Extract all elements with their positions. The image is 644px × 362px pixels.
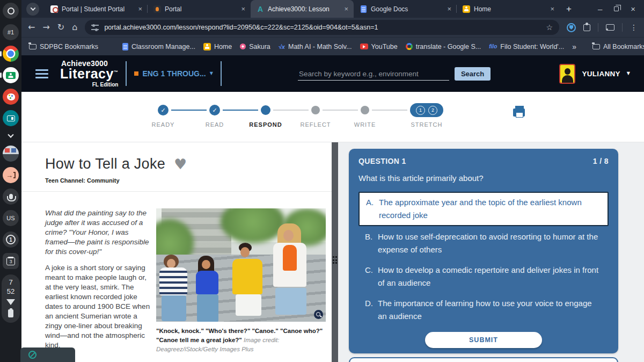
launcher-button[interactable]	[3, 3, 19, 19]
bookmark-mathai[interactable]: √xMath AI - Math Solv...	[279, 43, 352, 50]
forward-button[interactable]: →	[42, 23, 49, 32]
do-not-disturb-toast[interactable]	[20, 347, 75, 362]
restore-button[interactable]	[614, 6, 619, 11]
tab-close-icon[interactable]: ×	[343, 5, 349, 13]
bookmark-filo[interactable]: filoFilo Student: World'...	[489, 43, 564, 50]
keyboard-layout-button[interactable]: US	[3, 210, 19, 226]
image-zoom-icon[interactable]	[314, 310, 323, 319]
answer-option-d[interactable]: D. The importance of learning how to use…	[358, 294, 609, 326]
all-bookmarks-button[interactable]: All Bookmarks	[592, 43, 644, 50]
step-write[interactable]: WRITE	[361, 103, 369, 117]
step-stretch[interactable]: 1 2 STRETCH	[410, 103, 443, 117]
tab-achieve3000-lesson[interactable]: A Achieve3000: Lesson ×	[251, 0, 354, 18]
youtube-icon	[360, 44, 368, 49]
search-button[interactable]: Search	[455, 67, 491, 81]
clock-minute: 52	[7, 288, 14, 295]
tab-home[interactable]: Home ×	[457, 0, 560, 18]
news-icon	[3, 110, 19, 126]
step-ready[interactable]: ✓ READY	[158, 103, 169, 117]
home-button[interactable]: ⌂	[72, 23, 77, 32]
classroom-icon	[3, 67, 19, 83]
article-photo[interactable]	[156, 208, 326, 322]
hamburger-menu-icon[interactable]	[35, 69, 48, 78]
tab-search-button[interactable]	[26, 3, 39, 16]
extensions-puzzle-icon[interactable]	[583, 24, 590, 31]
window-close-button[interactable]: ×	[631, 4, 635, 13]
step-label: STRETCH	[411, 121, 443, 128]
bookmarks-bar: SDPBC Bookmarks Classroom Manage... Home…	[21, 37, 644, 55]
sqrt-icon: √x	[279, 44, 285, 50]
url-text[interactable]: portal.achieve3000.com/lesson/respond?li…	[104, 24, 540, 31]
stretch-part-1[interactable]: 1	[416, 106, 425, 115]
search-input[interactable]	[298, 68, 449, 81]
step-respond[interactable]: RESPOND	[261, 103, 270, 117]
browser-menu-icon[interactable]: ⋮	[630, 23, 638, 32]
article-text-column: What did the painting say to the judge a…	[45, 208, 150, 354]
minimize-button[interactable]: –	[598, 4, 602, 13]
bookmark-translate[interactable]: translate - Google S...	[406, 43, 481, 50]
tab-strip: Portal | Student Portal × Portal × A Ach…	[21, 0, 644, 18]
window-thumbnail-button[interactable]	[3, 146, 19, 162]
submit-button[interactable]: SUBMIT	[425, 332, 542, 348]
calendar-button[interactable]: 3	[3, 253, 19, 269]
shelf-canvas-button[interactable]	[3, 89, 19, 105]
heart-favorite-icon[interactable]: ♥	[174, 157, 187, 171]
step-reflect[interactable]: REFLECT	[311, 103, 320, 117]
bookmark-sakura[interactable]: Sakura	[240, 43, 270, 50]
article-divider	[21, 191, 332, 192]
bookmark-folder-sdpbc[interactable]: SDPBC Bookmarks	[29, 43, 98, 50]
new-tab-button[interactable]: +	[560, 4, 578, 15]
answer-option-a[interactable]: A. The approximate year and the topic of…	[358, 192, 609, 226]
drag-handle-icon[interactable]	[333, 256, 338, 264]
notification-counter-button[interactable]: 1	[3, 231, 19, 248]
step-connector	[372, 110, 407, 111]
tab-portal[interactable]: Portal ×	[148, 0, 251, 18]
achieve3000-favicon: A	[256, 5, 265, 13]
answer-option-b[interactable]: B. How to use self-deprecation to avoid …	[358, 227, 609, 259]
pane-resize-divider[interactable]	[332, 142, 338, 362]
option-letter: A.	[366, 196, 379, 222]
dictation-button[interactable]	[3, 189, 19, 205]
avatar	[559, 64, 575, 84]
calendar-icon: 3	[6, 257, 15, 265]
back-button[interactable]: ←	[28, 23, 35, 32]
site-settings-icon[interactable]	[91, 25, 99, 30]
status-area[interactable]: 7 52	[2, 274, 20, 323]
window-thumbnail	[3, 146, 19, 162]
print-icon[interactable]	[513, 108, 525, 117]
tab-google-docs[interactable]: Google Docs ×	[354, 0, 457, 18]
step-label: READ	[206, 121, 224, 128]
tab-title: Portal | Student Portal	[62, 5, 134, 13]
tab-close-icon[interactable]: ×	[240, 5, 246, 13]
shelf-classroom-button[interactable]	[3, 67, 19, 83]
bookmark-star-icon[interactable]: ☆	[546, 23, 553, 32]
bookmark-home[interactable]: Home	[203, 43, 232, 50]
shelf-news-button[interactable]	[3, 110, 19, 126]
shelf-overflow-button[interactable]	[3, 132, 19, 140]
reload-button[interactable]: ↻	[57, 23, 64, 32]
tab-close-icon[interactable]: ×	[446, 5, 452, 13]
tab-close-icon[interactable]: ×	[137, 5, 143, 13]
achieve3000-logo: Achieve3000 Literacy™ FL Edition	[60, 60, 118, 88]
tab-title: Google Docs	[371, 5, 443, 13]
shield-extension-icon[interactable]	[567, 23, 576, 32]
shelf-badge-button[interactable]: #1	[3, 24, 19, 40]
tab-title: Portal	[165, 5, 237, 13]
option-text: How to use self-deprecation to avoid res…	[378, 230, 602, 256]
shelf-chrome-button[interactable]	[3, 46, 19, 62]
tab-portal-student[interactable]: Portal | Student Portal ×	[45, 0, 148, 18]
stretch-part-2[interactable]: 2	[428, 106, 437, 115]
bookmark-classroom[interactable]: Classroom Manage...	[122, 43, 195, 50]
bookmarks-overflow-chevron[interactable]: »	[572, 42, 576, 51]
course-dropdown[interactable]: ENG 1 THROUG... ▼	[134, 69, 213, 78]
answer-option-c[interactable]: C. How to develop a comedic repertoire a…	[358, 260, 609, 293]
user-menu[interactable]: YULIANNY ▼	[559, 64, 630, 84]
bookmark-youtube[interactable]: YouTube	[360, 43, 398, 50]
tab-close-icon[interactable]: ×	[549, 5, 555, 13]
step-read[interactable]: ✓ READ	[209, 103, 220, 117]
cast-icon[interactable]	[606, 24, 614, 31]
address-bar[interactable]: portal.achieve3000.com/lesson/respond?li…	[85, 20, 559, 35]
tab-title: Home	[474, 5, 546, 13]
shelf-signout-button[interactable]: →	[3, 167, 19, 183]
flower-icon	[240, 44, 246, 49]
